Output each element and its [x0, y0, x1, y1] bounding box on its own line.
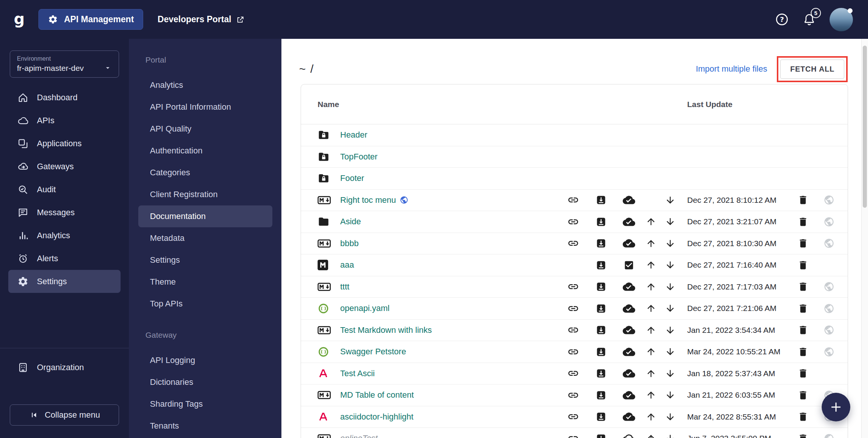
subnav-item-dictionaries[interactable]: Dictionaries	[138, 371, 272, 393]
sync-status-icon[interactable]	[615, 194, 643, 206]
export-icon[interactable]	[587, 281, 615, 292]
publish-globe-icon[interactable]	[817, 346, 841, 357]
export-icon[interactable]	[587, 346, 615, 357]
document-link[interactable]: Right toc menu	[340, 195, 396, 205]
copy-link-icon[interactable]	[559, 303, 587, 314]
sync-status-icon[interactable]	[615, 324, 643, 336]
sync-status-icon[interactable]	[615, 302, 643, 315]
move-down-icon[interactable]	[659, 195, 681, 205]
subnav-item-client-registration[interactable]: Client Registration	[138, 184, 272, 205]
export-icon[interactable]	[587, 194, 615, 205]
subnav-item-authentication[interactable]: Authentication	[138, 140, 272, 162]
subnav-item-analytics[interactable]: Analytics	[138, 74, 272, 96]
document-link[interactable]: Aside	[340, 217, 361, 227]
move-up-icon[interactable]	[643, 390, 659, 400]
sync-status-icon[interactable]	[615, 260, 643, 271]
publish-globe-icon[interactable]	[817, 303, 841, 314]
delete-icon[interactable]	[789, 216, 817, 227]
publish-globe-icon[interactable]	[817, 194, 841, 205]
sync-status-icon[interactable]	[615, 367, 643, 380]
document-link[interactable]: aaa	[340, 260, 354, 270]
sidebar-item-organization[interactable]: Organization	[8, 356, 121, 379]
breadcrumb[interactable]: ~ /	[299, 63, 314, 75]
copy-link-icon[interactable]	[559, 237, 587, 249]
delete-icon[interactable]	[789, 325, 817, 335]
collapse-menu-button[interactable]: Collapse menu	[10, 404, 119, 426]
document-link[interactable]: Test Ascii	[340, 369, 375, 378]
move-up-icon[interactable]	[643, 412, 659, 422]
export-icon[interactable]	[587, 433, 615, 438]
document-link[interactable]: Test Markdown with links	[340, 325, 432, 335]
move-down-icon[interactable]	[659, 325, 681, 335]
publish-globe-icon[interactable]	[817, 281, 841, 292]
help-icon[interactable]: ?	[775, 12, 789, 26]
copy-link-icon[interactable]	[559, 346, 587, 358]
document-link[interactable]: TopFooter	[340, 152, 377, 162]
move-up-icon[interactable]	[643, 238, 659, 249]
export-icon[interactable]	[587, 411, 615, 422]
sidebar-item-dashboard[interactable]: Dashboard	[8, 86, 121, 109]
move-up-icon[interactable]	[643, 346, 659, 357]
delete-icon[interactable]	[789, 368, 817, 379]
subnav-item-top-apis[interactable]: Top APIs	[138, 293, 272, 315]
move-down-icon[interactable]	[659, 238, 681, 249]
fetch-all-button[interactable]: FETCH ALL	[780, 60, 844, 79]
document-link[interactable]: bbbb	[340, 239, 359, 248]
document-link[interactable]: tttt	[340, 282, 349, 292]
environment-selector[interactable]: Environment fr-apim-master-dev	[10, 51, 119, 78]
copy-link-icon[interactable]	[559, 324, 587, 336]
export-icon[interactable]	[587, 368, 615, 379]
sync-status-icon[interactable]	[615, 237, 643, 250]
sidebar-item-apis[interactable]: APIs	[8, 109, 121, 132]
move-down-icon[interactable]	[659, 433, 681, 438]
sidebar-item-audit[interactable]: Audit	[8, 178, 121, 201]
sync-status-icon[interactable]	[615, 346, 643, 358]
document-link[interactable]: MD Table of content	[340, 390, 414, 400]
copy-link-icon[interactable]	[559, 433, 587, 438]
document-link[interactable]: asciidoctor-highlight	[340, 412, 413, 422]
sync-status-icon[interactable]	[615, 216, 643, 228]
move-down-icon[interactable]	[659, 260, 681, 270]
document-link[interactable]: Swagger Petstore	[340, 347, 406, 357]
sidebar-item-messages[interactable]: Messages	[8, 201, 121, 224]
move-up-icon[interactable]	[643, 216, 659, 227]
delete-icon[interactable]	[789, 260, 817, 271]
export-icon[interactable]	[587, 260, 615, 271]
subnav-item-metadata[interactable]: Metadata	[138, 227, 272, 249]
subnav-item-api-portal-information[interactable]: API Portal Information	[138, 96, 272, 118]
document-link[interactable]: Footer	[340, 173, 364, 183]
copy-link-icon[interactable]	[559, 368, 587, 379]
subnav-item-settings[interactable]: Settings	[138, 249, 272, 271]
publish-globe-icon[interactable]	[817, 238, 841, 249]
avatar[interactable]	[830, 8, 853, 31]
move-up-icon[interactable]	[643, 303, 659, 314]
copy-link-icon[interactable]	[559, 216, 587, 228]
gravitee-logo[interactable]: g	[0, 11, 38, 29]
copy-link-icon[interactable]	[559, 194, 587, 206]
subnav-item-sharding-tags[interactable]: Sharding Tags	[138, 393, 272, 415]
subnav-item-api-logging[interactable]: API Logging	[138, 349, 272, 371]
sync-status-icon[interactable]	[615, 432, 643, 438]
notifications-bell-icon[interactable]: 5	[802, 13, 816, 26]
move-down-icon[interactable]	[659, 282, 681, 292]
delete-icon[interactable]	[789, 433, 817, 438]
move-down-icon[interactable]	[659, 412, 681, 422]
sync-status-icon[interactable]	[615, 280, 643, 293]
subnav-item-api-quality[interactable]: API Quality	[138, 118, 272, 140]
export-icon[interactable]	[587, 216, 615, 227]
move-down-icon[interactable]	[659, 368, 681, 379]
sync-status-icon[interactable]	[615, 389, 643, 401]
move-down-icon[interactable]	[659, 390, 681, 400]
page-scrollbar[interactable]	[861, 39, 868, 438]
delete-icon[interactable]	[789, 281, 817, 292]
document-link[interactable]: Header	[340, 130, 367, 140]
move-up-icon[interactable]	[643, 368, 659, 379]
sidebar-item-alerts[interactable]: Alerts	[8, 247, 121, 270]
export-icon[interactable]	[587, 325, 615, 335]
developers-portal-link[interactable]: Developers Portal	[157, 14, 245, 25]
move-up-icon[interactable]	[643, 260, 659, 270]
subnav-item-tenants[interactable]: Tenants	[138, 415, 272, 437]
subnav-item-categories[interactable]: Categories	[138, 162, 272, 184]
subnav-item-documentation[interactable]: Documentation	[138, 205, 272, 227]
scrollbar-thumb[interactable]	[863, 46, 867, 208]
